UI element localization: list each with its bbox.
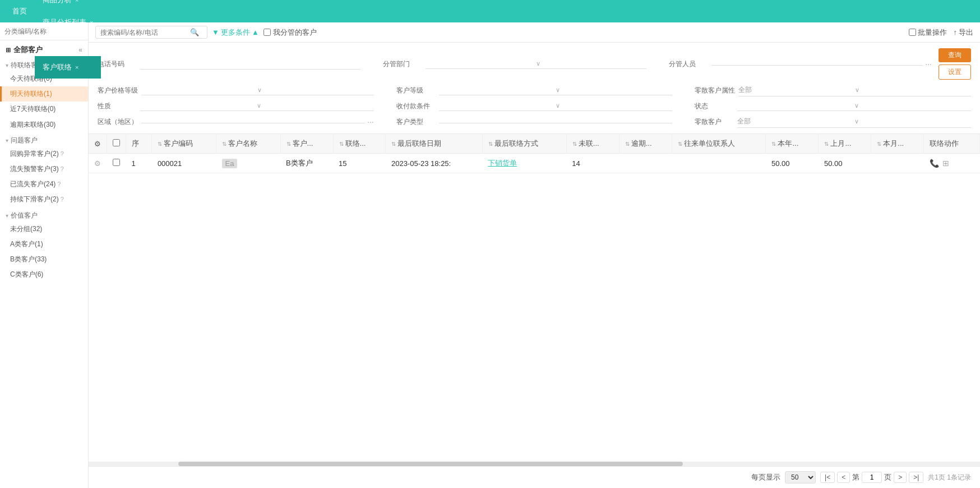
sidebar-item[interactable]: 持续下滑客户(2)?	[0, 192, 88, 207]
sidebar-item[interactable]: C类客户(6)	[0, 267, 88, 282]
retail-cust-label: 零散客户	[695, 117, 734, 127]
last-contact-method-link[interactable]: 下销货单	[488, 159, 517, 167]
row-checkbox[interactable]	[113, 159, 120, 166]
more-dots-icon[interactable]: ···	[367, 117, 374, 126]
cust-type-cell: 客户类型	[396, 117, 673, 127]
cell-name: Ea	[216, 154, 281, 173]
area-cell: 区域（地区） ···	[98, 117, 374, 127]
sidebar-item[interactable]: 近7天待联络(0)	[0, 102, 88, 117]
page-unit: 页	[884, 472, 891, 482]
cust-level-select[interactable]: ∨	[439, 85, 673, 95]
adv-filter-row-1: 电话号码 分管部门 ∨ 分管人员 ···	[98, 48, 971, 80]
col-header-cust_type[interactable]: 客户...	[280, 134, 333, 154]
area-select[interactable]	[141, 121, 365, 123]
payment-select[interactable]: ∨	[439, 101, 673, 111]
tab-close-icon[interactable]: ×	[90, 42, 93, 48]
batch-op-check[interactable]	[909, 29, 916, 36]
search-input[interactable]	[100, 29, 190, 36]
gear-col-header[interactable]: ⚙	[89, 134, 107, 154]
check-col-header[interactable]	[107, 134, 126, 154]
phone-action-icon[interactable]: 📞	[930, 159, 939, 168]
table-area: ⚙序客户编码客户名称客户...联络...最后联络日期最后联络方式未联...逾期.…	[89, 134, 980, 462]
query-button[interactable]: 查询	[939, 48, 971, 62]
next-page-button[interactable]: >	[894, 472, 907, 483]
last-page-button[interactable]: >|	[909, 472, 923, 483]
col-header-this_month[interactable]: 本月...	[871, 134, 924, 154]
search-icon[interactable]: 🔍	[190, 28, 199, 36]
cell-code: 000021	[152, 154, 216, 173]
col-header-overdue[interactable]: 逾期...	[619, 134, 672, 154]
chevron-down-icon: ∨	[536, 60, 646, 67]
sidebar-item[interactable]: B类客户(33)	[0, 252, 88, 267]
nature-select[interactable]: ∨	[140, 101, 374, 111]
status-select[interactable]: ∨	[737, 101, 971, 111]
tab-close-icon[interactable]: ×	[75, 0, 78, 3]
price-level-label: 客户价格等级	[98, 86, 138, 95]
sidebar-item[interactable]: 流失预警客户(3)?	[0, 162, 88, 177]
col-header-contacts[interactable]: 往来单位联系人	[672, 134, 766, 154]
first-page-button[interactable]: |<	[820, 472, 835, 483]
grid-action-icon[interactable]: ⊞	[942, 159, 949, 168]
sidebar-item[interactable]: 逾期未联络(30)	[0, 117, 88, 132]
horizontal-scrollbar[interactable]	[89, 462, 980, 466]
prev-page-button[interactable]: <	[837, 472, 850, 483]
set-button[interactable]: 设置	[939, 65, 971, 80]
sidebar-item[interactable]: 回购异常客户(2)?	[0, 146, 88, 162]
retail-cust-select[interactable]: 全部 ∨	[737, 116, 971, 128]
col-header-last_contact_method[interactable]: 最后联络方式	[482, 134, 566, 154]
nav-tab-商品分析[interactable]: 商品分析×	[35, 0, 101, 11]
total-records: 共1页 1条记录	[928, 473, 971, 482]
tab-close-icon[interactable]: ×	[75, 64, 78, 71]
col-header-name[interactable]: 客户名称	[216, 134, 281, 154]
search-box: 🔍	[95, 26, 207, 39]
chevron-down-icon: ∨	[855, 86, 971, 94]
nav-tab-客户联络[interactable]: 客户联络×	[35, 56, 101, 79]
problem-items: 回购异常客户(2)?流失预警客户(3)?已流失客户(24)?持续下滑客户(2)?	[0, 146, 88, 208]
phone-input[interactable]	[140, 59, 360, 70]
col-header-not_contacted[interactable]: 未联...	[566, 134, 619, 154]
my-customers-checkbox[interactable]: 我分管的客户	[264, 27, 317, 38]
more-dots-icon[interactable]: ···	[925, 59, 932, 68]
cust-type-select[interactable]	[439, 121, 673, 123]
col-header-this_year[interactable]: 本年...	[766, 134, 819, 154]
sidebar-item[interactable]: 已流失客户(24)?	[0, 177, 88, 192]
person-select[interactable]	[711, 63, 923, 66]
cell-contact: 15	[333, 154, 386, 173]
batch-op-button[interactable]: 批量操作	[909, 27, 947, 38]
col-header-last_contact_date[interactable]: 最后联络日期	[386, 134, 482, 154]
chevron-down-icon: ∨	[854, 102, 971, 109]
tab-close-icon[interactable]: ×	[90, 19, 93, 26]
col-header-last_month[interactable]: 上月...	[819, 134, 871, 154]
row-gear[interactable]: ⚙	[89, 154, 107, 173]
select-all-checkbox[interactable]	[113, 139, 120, 146]
retail-cust-cell: 零散客户 全部 ∨	[695, 116, 971, 128]
sidebar-item[interactable]: 未分组(32)	[0, 222, 88, 237]
nav-tab-商品分析列表[interactable]: 商品分析列表×	[35, 11, 101, 34]
price-level-select[interactable]: ∨	[141, 85, 374, 95]
value-group-label: 价值客户	[0, 208, 88, 222]
dept-select[interactable]: ∨	[426, 59, 646, 69]
nav-tabs: 销货单×进货单×商品分析×商品分析列表×客户分层经营×客户联络×	[35, 0, 101, 79]
page-input[interactable]	[862, 472, 882, 483]
more-conditions-button[interactable]: ▼ 更多条件 ▲	[212, 27, 259, 38]
status-cell: 状态 ∨	[695, 101, 971, 111]
sidebar-item[interactable]: 明天待联络(1)	[0, 86, 88, 102]
nav-tab-客户分层经营[interactable]: 客户分层经营×	[35, 34, 101, 56]
row-check[interactable]	[107, 154, 126, 173]
person-label: 分管人员	[669, 59, 708, 69]
cell-cust_type: B类客户	[280, 154, 333, 173]
retail-attr-select[interactable]: 全部 ∨	[738, 84, 971, 96]
col-header-contact[interactable]: 联络...	[333, 134, 386, 154]
sidebar-item[interactable]: A类客户(1)	[0, 237, 88, 252]
nav-home[interactable]: 首页	[4, 0, 35, 22]
scrollbar-thumb[interactable]	[178, 462, 683, 466]
phone-cell: 电话号码	[98, 59, 360, 70]
my-customers-check[interactable]	[264, 29, 271, 36]
main-layout: 🔍 ⊞ 全部客户 « 待联络客户 今天待联络(0)明天待联络(1)近7天待联络(…	[0, 22, 980, 488]
export-button[interactable]: ↑ 导出	[954, 27, 974, 38]
status-label: 状态	[695, 102, 734, 111]
col-header-code[interactable]: 客户编码	[152, 134, 216, 154]
adv-filter-panel: 电话号码 分管部门 ∨ 分管人员 ···	[89, 43, 980, 134]
per-page-select[interactable]: 50 100 200	[785, 471, 816, 484]
table-header: ⚙序客户编码客户名称客户...联络...最后联络日期最后联络方式未联...逾期.…	[89, 134, 980, 154]
